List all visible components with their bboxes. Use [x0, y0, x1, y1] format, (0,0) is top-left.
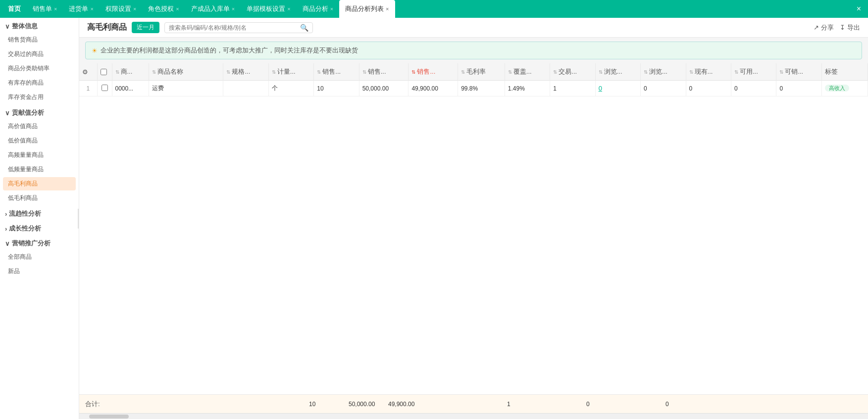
sort-icon: ⇅ — [689, 69, 693, 75]
footer-total: 合计: 10 50,000.00 49,900.00 1 0 0 — [79, 394, 868, 413]
footer-spacer-3 — [177, 401, 227, 408]
close-permissions-tab[interactable]: × — [133, 6, 136, 12]
footer-label: 合计: — [85, 400, 105, 409]
sidebar-group-trend[interactable]: › 流趋性分析 — [0, 205, 79, 220]
tab-products[interactable]: 产成品入库单 × — [185, 0, 241, 18]
share-icon: ↗ — [814, 24, 819, 31]
footer-available: 0 — [663, 401, 702, 408]
close-sales-tab[interactable]: × — [54, 6, 57, 12]
col-browse2: ⇅ 浏览... — [641, 63, 686, 81]
sort-icon: ⇅ — [644, 69, 648, 75]
horizontal-scrollbar[interactable] — [79, 413, 868, 419]
sidebar-item-high-margin[interactable]: 高毛利商品 — [3, 177, 76, 190]
sidebar-item-category-assist[interactable]: 商品分类助销率 — [0, 61, 79, 76]
sidebar-group-marketing[interactable]: ∨ 营销推广分析 — [0, 235, 79, 250]
sort-icon: ⇅ — [779, 69, 783, 75]
search-input[interactable] — [169, 24, 300, 31]
cell-unit: 个 — [268, 81, 313, 96]
sort-icon: ⇅ — [115, 69, 119, 75]
filter-recent-month-btn[interactable]: 近一月 — [132, 22, 159, 33]
tab-roles[interactable]: 角色授权 × — [142, 0, 185, 18]
table-container: ⚙ ⇅ 商... — [79, 63, 868, 394]
sidebar-collapse-btn[interactable]: « — [78, 209, 79, 229]
col-browse1: ⇅ 浏览... — [595, 63, 640, 81]
tab-permissions[interactable]: 权限设置 × — [100, 0, 142, 18]
cell-no: 1 — [79, 81, 97, 96]
sidebar-group-overall[interactable]: ∨ 整体信息 — [0, 18, 79, 33]
share-btn[interactable]: ↗ 分享 — [814, 23, 834, 32]
cell-sales-qty: 10 — [314, 81, 359, 96]
export-btn[interactable]: ↧ 导出 — [840, 23, 860, 32]
sort-icon: ⇅ — [411, 69, 415, 75]
close-purchase-tab[interactable]: × — [90, 6, 93, 12]
col-tag: 标签 — [821, 63, 868, 81]
close-analysis-list-tab[interactable]: × — [386, 6, 389, 12]
sidebar-item-traded-goods[interactable]: 交易过的商品 — [0, 47, 79, 61]
sidebar-item-sales-goods[interactable]: 销售货商品 — [0, 33, 79, 47]
sidebar-item-inventory-ratio[interactable]: 库存资金占用 — [0, 90, 79, 104]
cell-name: 运费 — [149, 81, 223, 96]
footer-current — [623, 401, 663, 408]
footer-coverage — [464, 401, 504, 408]
sidebar-item-all-goods[interactable]: 全部商品 — [0, 250, 79, 264]
col-sales-qty: ⇅ 销售... — [314, 63, 359, 81]
cell-sales-cost: 49,900.00 — [408, 81, 458, 96]
col-settings[interactable]: ⚙ — [79, 63, 97, 81]
tab-purchase[interactable]: 进货单 × — [63, 0, 99, 18]
cell-checkbox[interactable] — [97, 81, 112, 96]
sidebar-item-high-freq[interactable]: 高频量量商品 — [0, 148, 79, 162]
cell-sales-amount: 50,000.00 — [359, 81, 408, 96]
footer-spacer-1 — [123, 401, 138, 408]
sidebar-item-low-price[interactable]: 低价值商品 — [0, 134, 79, 148]
chevron-down-icon2: ∨ — [5, 109, 10, 117]
col-sales-cost: ⇅ 销售... — [408, 63, 458, 81]
tab-home[interactable]: 首页 — [2, 0, 27, 18]
col-margin-rate: ⇅ 毛利率 — [458, 63, 505, 81]
sidebar-group-finance[interactable]: ∨ 贡献值分析 — [0, 104, 79, 119]
cell-trade: 1 — [550, 81, 595, 96]
cell-tag: 高收入 — [821, 81, 868, 96]
sidebar-item-new-goods[interactable]: 新品 — [0, 264, 79, 279]
close-roles-tab[interactable]: × — [176, 6, 179, 12]
tab-sales[interactable]: 销售单 × — [27, 0, 63, 18]
sidebar-group-growth[interactable]: › 成长性分析 — [0, 220, 79, 235]
cell-spec — [223, 81, 268, 96]
search-box: 🔍 — [164, 22, 313, 33]
cell-browse1[interactable]: 0 — [595, 81, 640, 96]
sidebar-item-high-price[interactable]: 高价值商品 — [0, 119, 79, 134]
footer-sellable — [702, 401, 742, 408]
sidebar-item-low-margin[interactable]: 低毛利商品 — [0, 191, 79, 205]
col-current: ⇅ 现有... — [686, 63, 731, 81]
scrollbar-thumb[interactable] — [89, 415, 129, 419]
search-icon[interactable]: 🔍 — [300, 24, 308, 32]
sidebar-item-low-freq[interactable]: 低频量量商品 — [0, 162, 79, 177]
footer-sales-qty: 10 — [306, 401, 346, 408]
tab-templates[interactable]: 单据模板设置 × — [241, 0, 296, 18]
close-products-tab[interactable]: × — [232, 6, 235, 12]
close-templates-tab[interactable]: × — [287, 6, 290, 12]
cell-margin-rate: 99.8% — [458, 81, 505, 96]
settings-icon[interactable]: ⚙ — [82, 68, 88, 76]
col-checkbox[interactable] — [97, 63, 112, 81]
footer-trade: 1 — [504, 401, 544, 408]
col-coverage: ⇅ 覆盖... — [505, 63, 550, 81]
close-analysis-tab[interactable]: × — [330, 6, 333, 12]
row-checkbox[interactable] — [102, 85, 108, 91]
tab-analysis-list[interactable]: 商品分析列表 × — [339, 0, 395, 18]
footer-sales-cost: 49,900.00 — [385, 401, 425, 408]
col-sellable: ⇅ 可销... — [776, 63, 821, 81]
select-all-checkbox[interactable] — [101, 69, 107, 75]
window-close-btn[interactable]: × — [852, 4, 866, 13]
col-available: ⇅ 可用... — [731, 63, 776, 81]
col-trade: ⇅ 交易... — [550, 63, 595, 81]
browse1-link[interactable]: 0 — [599, 85, 602, 92]
tab-analysis[interactable]: 商品分析 × — [297, 0, 339, 18]
sidebar-item-inventory-goods[interactable]: 有库存的商品 — [0, 76, 79, 90]
col-unit: ⇅ 计量... — [268, 63, 313, 81]
chevron-down-icon: ∨ — [5, 23, 10, 30]
info-icon: ☀ — [92, 47, 98, 54]
col-sales-amount: ⇅ 销售... — [359, 63, 408, 81]
col-spec: ⇅ 规格... — [223, 63, 268, 81]
footer-margin-rate — [425, 401, 464, 408]
sort-icon: ⇅ — [553, 69, 557, 75]
